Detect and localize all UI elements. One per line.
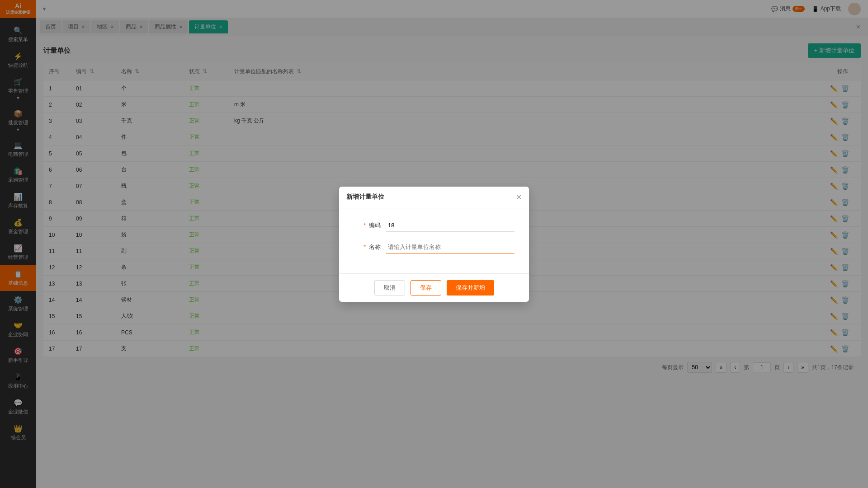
save-button[interactable]: 保存: [410, 280, 441, 296]
modal-close-button[interactable]: ✕: [516, 193, 522, 202]
name-form-label: * 名称: [354, 243, 381, 251]
code-input[interactable]: [386, 219, 514, 232]
code-form-label: * 编码: [354, 221, 381, 230]
name-required-mark: *: [363, 244, 366, 250]
cancel-button[interactable]: 取消: [374, 280, 405, 296]
add-unit-modal: 新增计量单位 ✕ * 编码 * 名称: [339, 187, 529, 302]
modal-footer: 取消 保存 保存并新增: [339, 273, 529, 302]
modal-title: 新增计量单位: [346, 193, 384, 201]
modal-header: 新增计量单位 ✕: [339, 187, 529, 208]
save-and-new-button[interactable]: 保存并新增: [447, 280, 494, 296]
modal-body: * 编码 * 名称: [339, 208, 529, 273]
code-required-mark: *: [363, 222, 366, 229]
name-input[interactable]: [386, 241, 514, 253]
name-form-row: * 名称: [354, 241, 514, 253]
app-container: Ai 进货生意参谋 ▼ 💬 消息 99+ 📱 App下载 🔍 搜索菜单: [0, 0, 868, 488]
code-form-row: * 编码: [354, 219, 514, 232]
modal-overlay: 新增计量单位 ✕ * 编码 * 名称: [0, 0, 868, 488]
